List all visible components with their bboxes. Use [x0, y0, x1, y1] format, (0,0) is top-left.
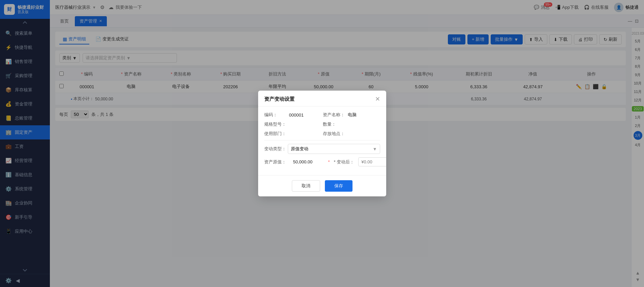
modal-footer: 取消 保存 [258, 175, 386, 196]
modal-body: 编码： 000001 资产名称： 电脑 规格型号： 数量： 使用部门： 存放地点… [258, 106, 386, 175]
change-type-chevron-icon: ▼ [373, 147, 377, 152]
modal-close-icon[interactable]: ✕ [375, 95, 380, 103]
cancel-button[interactable]: 取消 [292, 180, 320, 192]
modal-row-dept-location: 使用部门： 存放地点： [264, 131, 380, 137]
after-change-input[interactable] [358, 157, 386, 166]
asset-change-modal: 资产变动设置 ✕ 编码： 000001 资产名称： 电脑 规格型号： 数量： 使… [258, 91, 386, 196]
modal-row-change-type: 变动类型： 原值变动 ▼ [264, 144, 380, 154]
required-star: * [328, 159, 330, 164]
modal-title: 资产变动设置 [264, 96, 295, 102]
modal-row-code-name: 编码： 000001 资产名称： 电脑 [264, 112, 380, 118]
modal-header: 资产变动设置 ✕ [258, 91, 386, 106]
change-type-select[interactable]: 原值变动 ▼ [288, 144, 380, 154]
save-button[interactable]: 保存 [325, 180, 352, 192]
modal-divider [264, 140, 380, 140]
modal-row-values: 资产原值： 50,000.00 * * 变动后： [264, 157, 380, 166]
modal-row-spec-qty: 规格型号： 数量： [264, 121, 380, 127]
modal-overlay: 资产变动设置 ✕ 编码： 000001 资产名称： 电脑 规格型号： 数量： 使… [0, 0, 644, 287]
